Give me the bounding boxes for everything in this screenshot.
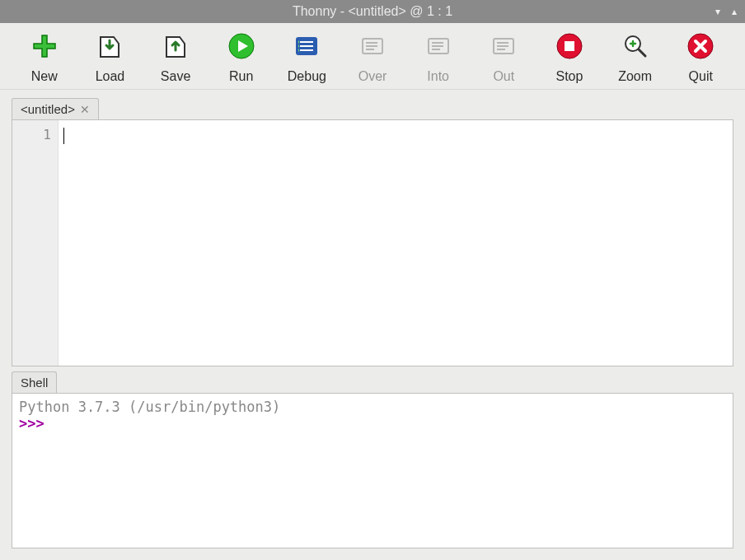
shell-tabstrip: Shell — [0, 371, 745, 393]
editor-tabstrip: <untitled> ✕ — [0, 98, 745, 119]
debug-icon — [292, 31, 321, 61]
out-icon — [489, 31, 518, 61]
text-cursor — [63, 128, 64, 144]
shell-tab[interactable]: Shell — [12, 371, 57, 393]
quit-label: Quit — [689, 69, 713, 84]
svg-rect-6 — [565, 41, 574, 51]
load-label: Load — [96, 69, 125, 84]
stop-icon — [555, 31, 584, 61]
over-icon — [358, 31, 387, 61]
window-title: Thonny - <untitled> @ 1 : 1 — [293, 4, 452, 19]
new-label: New — [31, 69, 58, 84]
code-editor[interactable]: 1 — [12, 119, 733, 366]
zoom-icon — [621, 31, 650, 61]
code-area[interactable] — [59, 120, 733, 366]
titlebar: Thonny - <untitled> @ 1 : 1 ▾ ▴ — [0, 0, 745, 23]
new-icon — [30, 31, 59, 61]
out-button: Out — [471, 31, 536, 84]
load-button[interactable]: Load — [77, 31, 143, 84]
load-icon — [95, 31, 124, 61]
quit-icon — [686, 31, 715, 61]
toolbar: NewLoadSaveRunDebugOverIntoOutStopZoomQu… — [0, 23, 745, 90]
into-icon — [424, 31, 453, 61]
window-minimize-icon[interactable]: ▾ — [715, 6, 720, 17]
into-button: Into — [405, 31, 471, 84]
line-gutter: 1 — [12, 120, 59, 366]
over-button: Over — [340, 31, 405, 84]
close-icon[interactable]: ✕ — [80, 103, 90, 116]
out-label: Out — [493, 69, 514, 84]
debug-button[interactable]: Debug — [274, 31, 340, 84]
shell-tab-label: Shell — [21, 376, 48, 390]
stop-button[interactable]: Stop — [536, 31, 602, 84]
line-number: 1 — [12, 127, 51, 142]
new-button[interactable]: New — [12, 31, 77, 84]
run-button[interactable]: Run — [209, 31, 274, 84]
window-maximize-icon[interactable]: ▴ — [732, 6, 737, 17]
into-label: Into — [427, 69, 449, 84]
stop-label: Stop — [555, 69, 583, 84]
shell-panel[interactable]: Python 3.7.3 (/usr/bin/python3) >>> — [12, 393, 733, 548]
save-label: Save — [161, 69, 190, 84]
python-version-line: Python 3.7.3 (/usr/bin/python3) — [19, 399, 726, 415]
quit-button[interactable]: Quit — [668, 31, 733, 84]
debug-label: Debug — [288, 69, 326, 84]
shell-prompt: >>> — [19, 415, 45, 432]
save-button[interactable]: Save — [143, 31, 209, 84]
run-icon — [227, 31, 256, 61]
run-label: Run — [229, 69, 253, 84]
save-icon — [161, 31, 190, 61]
editor-tab-untitled[interactable]: <untitled> ✕ — [12, 98, 99, 119]
editor-tab-label: <untitled> — [21, 102, 75, 116]
zoom-button[interactable]: Zoom — [602, 31, 668, 84]
over-label: Over — [358, 69, 387, 84]
zoom-label: Zoom — [618, 69, 652, 84]
